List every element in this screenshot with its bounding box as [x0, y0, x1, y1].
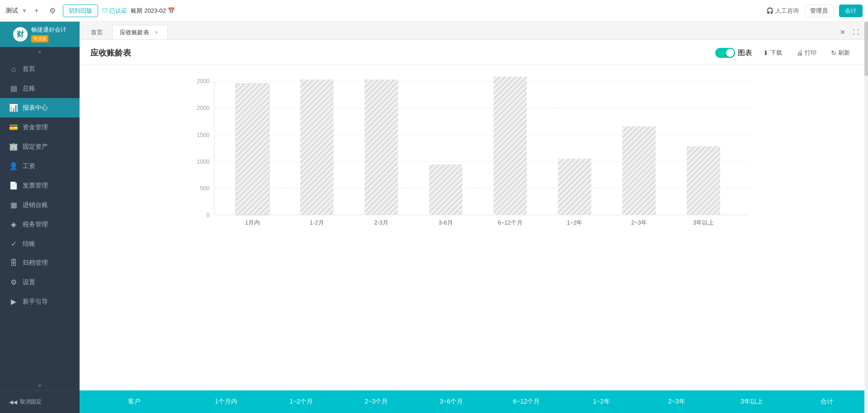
page-content: 应收账龄表 图表 ⬇ 下载 🖨: [80, 40, 864, 413]
sidebar-item-tax[interactable]: ◈ 税务管理: [0, 215, 80, 234]
tab-close-icon[interactable]: ×: [153, 29, 160, 36]
table-header-3-6month: 3~6个月: [414, 390, 489, 413]
settings-icon-button[interactable]: ⚙: [46, 5, 59, 17]
refresh-icon: ↻: [831, 49, 836, 56]
sidebar-item-reports-label: 报表中心: [23, 104, 48, 112]
sidebar-item-guide[interactable]: ▶ 新手引导: [0, 292, 80, 311]
accountant-button[interactable]: 会计: [839, 5, 863, 17]
sidebar-item-inventory[interactable]: ▦ 进销台账: [0, 195, 80, 215]
top-bar: 测试 ▼ + ⚙ 切到旧版 🛡 已认证 账期 2023-02 📅 🎧 人工咨询 …: [0, 0, 868, 22]
workspace-dropdown-icon[interactable]: ▼: [22, 8, 27, 14]
svg-text:1000: 1000: [197, 159, 209, 165]
svg-text:1-2月: 1-2月: [310, 220, 324, 226]
manager-button[interactable]: 管理员: [804, 5, 834, 17]
sidebar-item-settings[interactable]: ⚙ 设置: [0, 272, 80, 292]
close-tab-button[interactable]: ✕: [838, 28, 847, 37]
table-header-6-12month: 6~12个月: [489, 390, 564, 413]
pin-icon: ◀◀: [9, 399, 17, 405]
workspace-name: 测试: [5, 7, 18, 15]
assets-icon: 🏢: [9, 142, 18, 151]
certified-badge: 🛡 已认证: [102, 7, 127, 15]
page-header: 应收账龄表 图表 ⬇ 下载 🖨: [80, 40, 864, 65]
chart-container: 0 500 1000 1500 2000 2500 1月内: [80, 65, 864, 390]
svg-text:2000: 2000: [197, 105, 209, 111]
tax-icon: ◈: [9, 220, 18, 229]
svg-rect-20: [429, 164, 462, 215]
chart-toggle[interactable]: 图表: [715, 48, 752, 58]
print-label: 打印: [805, 49, 816, 57]
scrollbar-thumb[interactable]: [864, 22, 868, 76]
svg-rect-22: [494, 77, 527, 215]
sidebar-item-ledger[interactable]: ▤ 总账: [0, 79, 80, 98]
refresh-button[interactable]: ↻ 刷新: [827, 47, 854, 59]
table-header-3plus-year: 3年以上: [714, 390, 789, 413]
content-area: 首页 应收账龄表 × ✕ ⛶ 应收账龄表: [80, 22, 864, 413]
svg-rect-14: [236, 84, 269, 215]
expand-tab-button[interactable]: ⛶: [851, 28, 861, 37]
cancel-pin-button[interactable]: ◀◀ 取消固定: [5, 395, 75, 408]
sidebar-item-salary[interactable]: 👤 工资: [0, 156, 80, 176]
tab-bar: 首页 应收账龄表 × ✕ ⛶: [80, 22, 864, 40]
table-header-2-3month: 2~3个月: [339, 390, 414, 413]
reports-icon: 📊: [9, 103, 18, 112]
bar-chart: 0 500 1000 1500 2000 2500 1月内: [90, 72, 854, 244]
sidebar-footer: ◀◀ 取消固定: [0, 390, 80, 413]
cancel-pin-label: 取消固定: [20, 398, 42, 406]
sidebar-nav: ⌂ 首页 ▤ 总账 📊 报表中心 💳 资金管理 🏢 固定资产 👤 工资: [0, 56, 80, 381]
account-period: 账期 2023-02 📅: [131, 7, 175, 15]
sidebar-item-invoice[interactable]: 📄 发票管理: [0, 176, 80, 195]
sidebar-item-tax-label: 税务管理: [23, 221, 48, 229]
sidebar-item-archive-label: 归档管理: [23, 259, 48, 267]
download-icon: ⬇: [763, 49, 769, 56]
add-button[interactable]: +: [31, 5, 42, 17]
sidebar-item-assets-label: 固定资产: [23, 143, 48, 151]
svg-text:1月内: 1月内: [245, 220, 260, 226]
chart-wrapper: 0 500 1000 1500 2000 2500 1月内: [90, 72, 854, 244]
service-label: 人工咨询: [775, 7, 799, 15]
period-label: 账期: [131, 7, 142, 15]
download-label: 下载: [770, 49, 782, 57]
service-button[interactable]: 🎧 人工咨询: [766, 7, 799, 15]
sidebar-item-archive[interactable]: 🗄 归档管理: [0, 253, 80, 272]
table-header-2-3year: 2~3年: [639, 390, 714, 413]
download-button[interactable]: ⬇ 下载: [760, 47, 786, 59]
period-value: 2023-02: [144, 7, 166, 14]
switch-version-button[interactable]: 切到旧版: [63, 5, 98, 17]
finance-icon: 💳: [9, 123, 18, 131]
inventory-icon: ▦: [9, 201, 18, 209]
home-icon: ⌂: [9, 65, 18, 73]
toggle-track[interactable]: [715, 48, 735, 58]
toggle-thumb: [726, 49, 734, 57]
print-button[interactable]: 🖨 打印: [793, 47, 820, 59]
sidebar-logo: 财 畅捷通好会计 专业版: [0, 22, 80, 47]
shield-icon: 🛡: [102, 7, 108, 14]
page-inner: 应收账龄表 图表 ⬇ 下载 🖨: [80, 40, 864, 413]
table-header-client: 客户: [80, 390, 189, 413]
svg-text:3-6月: 3-6月: [439, 220, 453, 226]
guide-icon: ▶: [9, 297, 18, 306]
invoice-icon: 📄: [9, 181, 18, 190]
table-header-1-2year: 1~2年: [564, 390, 639, 413]
sidebar-item-inventory-label: 进销台账: [23, 201, 48, 209]
sidebar-item-reports[interactable]: 📊 报表中心: [0, 98, 80, 117]
svg-rect-16: [300, 80, 334, 215]
logo-icon: 财: [13, 27, 28, 42]
toggle-label: 图表: [738, 48, 752, 58]
scrollbar[interactable]: [864, 22, 868, 413]
scroll-up-indicator: ▲: [0, 47, 80, 56]
sidebar-item-home[interactable]: ⌂ 首页: [0, 60, 80, 79]
sidebar-item-assets[interactable]: 🏢 固定资产: [0, 137, 80, 156]
tab-aging[interactable]: 应收账龄表 ×: [112, 25, 168, 39]
app-name: 畅捷通好会计: [31, 26, 66, 34]
calendar-icon[interactable]: 📅: [168, 7, 175, 14]
sidebar-item-finance[interactable]: 💳 资金管理: [0, 117, 80, 137]
tab-aging-label: 应收账龄表: [120, 28, 149, 37]
svg-rect-24: [558, 159, 591, 215]
table-header-1-2month: 1~2个月: [264, 390, 339, 413]
sidebar-item-closing[interactable]: ✓ 结账: [0, 234, 80, 253]
table-section: 客户 1个月内 1~2个月 2~3个月 3~6个月 6~12个月 1~2年 2~…: [80, 390, 864, 413]
settings-icon: ⚙: [9, 278, 18, 286]
tab-home[interactable]: 首页: [83, 25, 110, 39]
page-title: 应收账龄表: [90, 47, 131, 58]
svg-text:500: 500: [200, 185, 209, 192]
